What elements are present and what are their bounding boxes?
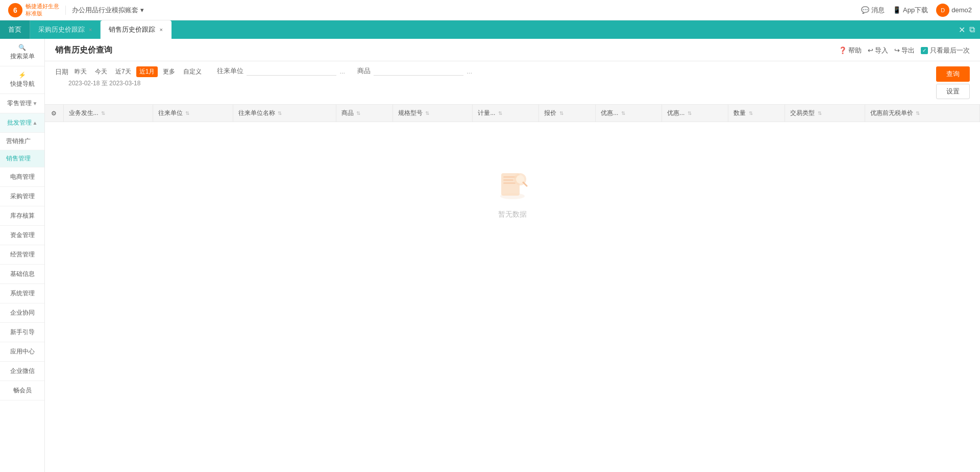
help-button[interactable]: ❓ 帮助 bbox=[839, 46, 862, 55]
sort-icon: ⇅ bbox=[185, 110, 189, 116]
content-area: 销售历史价查询 ❓ 帮助 ↩ 导入 ↪ 导出 ✓ bbox=[45, 39, 980, 472]
table-header-row: ⚙ 业务发生... ⇅ 往来单位 ⇅ 往来单位名称 ⇅ bbox=[45, 105, 980, 122]
sidebar-item-label: 系统管理 bbox=[10, 289, 35, 298]
avatar: D bbox=[936, 4, 949, 17]
counterpart-picker-btn[interactable]: ... bbox=[339, 67, 345, 75]
date-label: 日期 bbox=[55, 67, 68, 77]
sidebar-item-purchase-mgmt[interactable]: 采购管理 bbox=[0, 187, 44, 206]
tab-purchase-history-label: 采购历史价跟踪 bbox=[38, 25, 85, 34]
col-trade-type[interactable]: 交易类型 ⇅ bbox=[785, 105, 865, 122]
sidebar-item-label: 库存核算 bbox=[10, 211, 35, 220]
logo-text: 畅捷通好生意 标准版 bbox=[26, 3, 59, 16]
col-biz-date[interactable]: 业务发生... ⇅ bbox=[63, 105, 153, 122]
user-menu[interactable]: D demo2 bbox=[936, 4, 972, 17]
sidebar-item-basic-info[interactable]: 基础信息 bbox=[0, 265, 44, 284]
col-settings[interactable]: ⚙ bbox=[45, 105, 63, 122]
sidebar-item-sys-settings[interactable]: 系统管理 bbox=[0, 284, 44, 303]
col-counterpart[interactable]: 往来单位 ⇅ bbox=[153, 105, 233, 122]
sidebar-item-enterprise-wechat[interactable]: 企业微信 bbox=[0, 362, 44, 381]
only-last-toggle[interactable]: ✓ 只看最后一次 bbox=[921, 46, 970, 55]
app-selector[interactable]: 办公用品行业模拟账套 ▾ bbox=[65, 6, 144, 15]
close-all-tabs-button[interactable]: ✕ bbox=[959, 25, 965, 35]
sidebar-item-new-guide[interactable]: 新手引导 bbox=[0, 323, 44, 342]
date-btn-7days[interactable]: 近7天 bbox=[112, 66, 134, 77]
top-bar-left: 6 畅捷通好生意 标准版 办公用品行业模拟账套 ▾ bbox=[8, 3, 144, 17]
col-product[interactable]: 商品 ⇅ bbox=[336, 105, 393, 122]
top-bar: 6 畅捷通好生意 标准版 办公用品行业模拟账套 ▾ 💬 消息 📱 App下载 D… bbox=[0, 0, 980, 20]
import-button[interactable]: ↩ 导入 bbox=[868, 46, 888, 55]
col-unit[interactable]: 计量... ⇅ bbox=[473, 105, 539, 122]
col-counterpart-name[interactable]: 往来单位名称 ⇅ bbox=[233, 105, 336, 122]
counterpart-input[interactable] bbox=[247, 66, 336, 76]
sidebar-item-label: 基础信息 bbox=[10, 270, 35, 278]
date-btn-1month[interactable]: 近1月 bbox=[136, 66, 158, 77]
setting-button[interactable]: 设置 bbox=[936, 84, 970, 99]
product-picker-btn[interactable]: ... bbox=[467, 67, 472, 75]
message-button[interactable]: 💬 消息 bbox=[861, 6, 885, 15]
chevron-down-icon: ▾ bbox=[140, 6, 144, 14]
sort-icon: ⇅ bbox=[101, 110, 105, 116]
sidebar-item-wholesale-mgmt[interactable]: 批发管理 ▲ bbox=[0, 113, 44, 133]
nav-icon: ⚡ bbox=[18, 72, 26, 79]
sidebar-item-finance[interactable]: 资金管理 bbox=[0, 226, 44, 245]
sidebar-item-enterprise[interactable]: 企业协同 bbox=[0, 303, 44, 323]
sidebar-item-label: 企业协同 bbox=[10, 309, 35, 317]
sidebar-item-sales-mgmt[interactable]: 销售管理 bbox=[0, 150, 44, 168]
sidebar-item-label: 电商管理 bbox=[10, 173, 35, 181]
sidebar: 🔍 搜索菜单 ⚡ 快捷导航 零售管理 ▼ 批发管理 ▲ 营销推广 销售管理 电商… bbox=[0, 39, 45, 472]
sort-icon: ⇅ bbox=[425, 110, 429, 116]
sidebar-item-label: 企业微信 bbox=[10, 367, 35, 375]
logo-icon: 6 bbox=[8, 3, 22, 17]
col-discount1[interactable]: 优惠... ⇅ bbox=[596, 105, 662, 122]
sort-icon: ⇅ bbox=[621, 110, 625, 116]
col-quote[interactable]: 报价 ⇅ bbox=[539, 105, 596, 122]
restore-window-button[interactable]: ⧉ bbox=[969, 25, 975, 34]
sidebar-item-quick-nav[interactable]: ⚡ 快捷导航 bbox=[0, 66, 44, 94]
sidebar-item-app-center[interactable]: 应用中心 bbox=[0, 342, 44, 362]
app-download-button[interactable]: 📱 App下载 bbox=[893, 6, 928, 15]
col-spec[interactable]: 规格型号 ⇅ bbox=[393, 105, 473, 122]
query-button[interactable]: 查询 bbox=[936, 66, 970, 82]
top-bar-right: 💬 消息 📱 App下载 D demo2 bbox=[861, 4, 972, 17]
sidebar-item-retail-mgmt[interactable]: 零售管理 ▼ bbox=[0, 94, 44, 113]
sidebar-item-operations[interactable]: 经营管理 bbox=[0, 245, 44, 265]
close-sales-tab-button[interactable]: × bbox=[159, 27, 162, 33]
sidebar-item-member[interactable]: 畅会员 bbox=[0, 381, 44, 400]
sidebar-item-inventory[interactable]: 库存核算 bbox=[0, 206, 44, 226]
chevron-down-icon: ▼ bbox=[33, 101, 38, 106]
date-btn-today[interactable]: 今天 bbox=[92, 66, 110, 77]
filter-line: 日期 昨天 今天 近7天 近1月 更多 自定义 2023-02-18 至 202… bbox=[55, 66, 970, 99]
sidebar-item-label: 经营管理 bbox=[10, 250, 35, 259]
tab-purchase-history[interactable]: 采购历史价跟踪 × bbox=[30, 20, 101, 39]
col-discount2[interactable]: 优惠... ⇅ bbox=[662, 105, 728, 122]
tab-sales-history[interactable]: 销售历史价跟踪 × bbox=[101, 20, 171, 39]
product-input[interactable] bbox=[374, 66, 463, 76]
tab-bar: 首页 采购历史价跟踪 × 销售历史价跟踪 × ✕ ⧉ bbox=[0, 20, 980, 39]
download-icon: 📱 bbox=[893, 6, 901, 14]
date-btn-custom[interactable]: 自定义 bbox=[180, 66, 205, 77]
export-icon: ↪ bbox=[894, 46, 900, 54]
sidebar-item-label: 快捷导航 bbox=[10, 80, 35, 88]
sidebar-item-label: 营销推广 bbox=[6, 137, 31, 145]
col-quantity[interactable]: 数量 ⇅ bbox=[728, 105, 785, 122]
sidebar-item-marketing[interactable]: 营销推广 bbox=[0, 133, 44, 150]
export-button[interactable]: ↪ 导出 bbox=[894, 46, 915, 55]
checkbox-icon: ✓ bbox=[921, 47, 928, 54]
sort-icon: ⇅ bbox=[916, 110, 920, 116]
date-btn-yesterday[interactable]: 昨天 bbox=[71, 66, 90, 77]
logo-area: 6 畅捷通好生意 标准版 bbox=[8, 3, 59, 17]
tab-bar-actions: ✕ ⧉ bbox=[959, 25, 975, 35]
page-actions: ❓ 帮助 ↩ 导入 ↪ 导出 ✓ 只看最后一次 bbox=[839, 46, 970, 55]
date-btn-more[interactable]: 更多 bbox=[160, 66, 178, 77]
sort-icon: ⇅ bbox=[559, 110, 564, 116]
date-range-display: 2023-02-18 至 2023-03-18 bbox=[68, 79, 205, 88]
sidebar-item-search-menu[interactable]: 🔍 搜索菜单 bbox=[0, 39, 44, 66]
chevron-up-icon: ▲ bbox=[33, 120, 38, 126]
sidebar-item-ecommerce[interactable]: 电商管理 bbox=[0, 168, 44, 187]
tab-home[interactable]: 首页 bbox=[0, 20, 30, 39]
sidebar-item-label: 采购管理 bbox=[10, 192, 35, 201]
svg-rect-3 bbox=[503, 179, 513, 181]
close-purchase-tab-button[interactable]: × bbox=[89, 27, 92, 33]
col-pre-tax-price[interactable]: 优惠前无税单价 ⇅ bbox=[865, 105, 979, 122]
message-icon: 💬 bbox=[861, 6, 869, 14]
